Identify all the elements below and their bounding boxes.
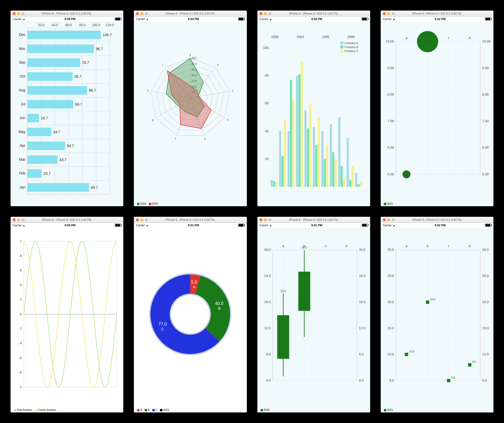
bar[interactable]: [284, 120, 286, 187]
svg-text:Mar: Mar: [19, 158, 25, 162]
traffic-lights[interactable]: [381, 218, 395, 221]
bar[interactable]: [315, 145, 317, 187]
radar-chart: 7.014.021.028.035.042.049.0abcdefghi2014…: [134, 21, 247, 206]
scatter-point[interactable]: [447, 379, 450, 382]
bar[interactable]: [27, 114, 39, 123]
bar[interactable]: [309, 104, 311, 187]
bar[interactable]: [27, 156, 58, 164]
bar[interactable]: [296, 76, 298, 187]
bar[interactable]: [347, 138, 349, 187]
bar[interactable]: [349, 180, 351, 187]
close-icon[interactable]: [260, 218, 262, 221]
bar[interactable]: [298, 74, 300, 187]
bar[interactable]: [271, 180, 273, 187]
close-icon[interactable]: [136, 218, 139, 221]
close-icon[interactable]: [136, 12, 139, 15]
bar[interactable]: [357, 184, 360, 187]
bar[interactable]: [27, 72, 73, 81]
minimize-icon[interactable]: [264, 218, 267, 221]
bar[interactable]: [27, 183, 89, 192]
minimize-icon[interactable]: [140, 218, 143, 221]
bar[interactable]: [27, 100, 73, 109]
svg-text:40.0: 40.0: [215, 301, 224, 306]
close-icon[interactable]: [13, 12, 16, 15]
minimize-icon[interactable]: [264, 12, 267, 15]
close-icon[interactable]: [383, 218, 386, 221]
svg-text:-.2: -.2: [18, 327, 22, 331]
bar[interactable]: [27, 45, 94, 53]
bar[interactable]: [341, 166, 343, 187]
maximize-icon[interactable]: [145, 218, 148, 221]
bar[interactable]: [360, 181, 362, 187]
traffic-lights[interactable]: [257, 218, 271, 221]
bar[interactable]: [307, 128, 309, 187]
bar[interactable]: [27, 169, 42, 178]
scatter-point[interactable]: [468, 363, 472, 367]
bar[interactable]: [288, 131, 290, 187]
bar[interactable]: [27, 86, 87, 95]
traffic-lights[interactable]: [11, 218, 25, 221]
bar[interactable]: [27, 31, 101, 39]
candle[interactable]: [298, 272, 310, 311]
minimize-icon[interactable]: [387, 12, 390, 15]
svg-text:10.00: 10.00: [424, 40, 431, 43]
traffic-lights[interactable]: [134, 12, 148, 15]
maximize-icon[interactable]: [269, 218, 271, 221]
battery-icon: [115, 224, 121, 227]
maximize-icon[interactable]: [145, 12, 148, 15]
bar[interactable]: [318, 117, 320, 187]
bar[interactable]: [313, 127, 315, 187]
bar[interactable]: [290, 80, 292, 187]
bar[interactable]: [27, 58, 80, 67]
traffic-lights[interactable]: [381, 12, 395, 15]
maximize-icon[interactable]: [269, 12, 271, 15]
traffic-lights[interactable]: [11, 12, 25, 15]
line-chart: -1-.8-.6-.4-.2-0.2.4.6.81Sine functionCo…: [11, 228, 123, 412]
close-icon[interactable]: [383, 12, 386, 15]
bar[interactable]: [275, 183, 277, 187]
scatter-point[interactable]: [405, 353, 408, 356]
minimize-icon[interactable]: [17, 12, 20, 15]
bar[interactable]: [273, 181, 275, 187]
bar[interactable]: [27, 128, 51, 137]
bar[interactable]: [321, 131, 323, 187]
bar[interactable]: [292, 99, 294, 187]
bar[interactable]: [338, 117, 340, 187]
svg-text:A: A: [193, 285, 196, 289]
minimize-icon[interactable]: [387, 218, 390, 221]
bar[interactable]: [343, 178, 345, 187]
maximize-icon[interactable]: [392, 12, 395, 15]
close-icon[interactable]: [260, 12, 262, 15]
minimize-icon[interactable]: [140, 12, 143, 15]
bar[interactable]: [351, 166, 354, 187]
window-titlebar: iPhone 6 - iPhone 6 / iOS 9.2 (13C75): [257, 11, 370, 17]
bar[interactable]: [326, 145, 328, 187]
bar[interactable]: [279, 131, 281, 187]
bar[interactable]: [301, 62, 303, 187]
maximize-icon[interactable]: [392, 218, 395, 221]
window-title: iPhone 6 - iPhone 6 / iOS 9.2 (13C75): [271, 12, 356, 15]
bar[interactable]: [355, 173, 357, 187]
bar[interactable]: [27, 142, 65, 150]
svg-text:66.7: 66.7: [75, 102, 82, 106]
svg-text:c: c: [232, 89, 233, 92]
svg-text:25.0: 25.0: [388, 274, 394, 278]
maximize-icon[interactable]: [22, 218, 25, 221]
maximize-icon[interactable]: [22, 12, 25, 15]
horizontal-bar-chart: 20.040.060.080.0100.0120.0Dec106.7Nov96.…: [11, 21, 123, 206]
bar[interactable]: [304, 110, 307, 187]
candle[interactable]: [277, 315, 289, 359]
bar[interactable]: [330, 124, 332, 187]
bar[interactable]: [324, 159, 326, 187]
bar[interactable]: [332, 152, 334, 187]
traffic-lights[interactable]: [134, 218, 148, 221]
minimize-icon[interactable]: [17, 218, 20, 221]
close-icon[interactable]: [13, 218, 16, 221]
status-bar: Carrier▲ 8:59 PM: [257, 17, 370, 21]
bar[interactable]: [281, 156, 284, 187]
bar[interactable]: [335, 159, 337, 187]
scatter-point[interactable]: [426, 300, 429, 304]
svg-text:1999: 1999: [347, 35, 355, 39]
traffic-lights[interactable]: [257, 12, 271, 15]
svg-text:9.00: 9.00: [482, 66, 488, 70]
